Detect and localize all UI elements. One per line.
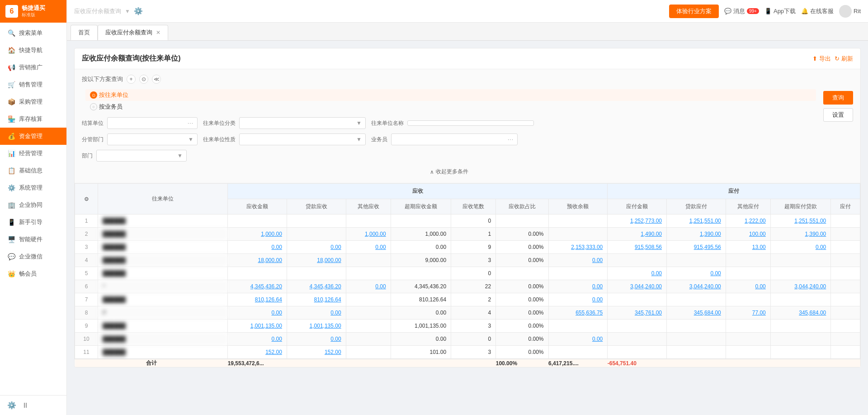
download-icon: 📱 [764,8,772,14]
main-content: 应收应付余额查询(按往来单位) ⬆ 导出 ↻ 刷新 按以下方案查询 [67,41,868,415]
footer-recv-ratio: 100.00% [496,359,548,367]
base-info-icon: 📋 [7,167,15,175]
settlement-unit-input[interactable]: ··· [107,117,198,129]
table-row: 5██████00.000.00 [75,267,860,280]
filter-option-salesperson[interactable]: ○ 按业务员 [85,101,816,113]
col-recv-loan: 贷款应收 [287,199,346,215]
col-recv-other: 其他应收 [346,199,391,215]
sidebar-item-marketing[interactable]: 📢 营销推广 [0,59,66,76]
unit-name-input[interactable] [407,120,534,126]
collapse-sidebar-icon[interactable]: ⏸ [22,401,29,410]
salesperson-input[interactable]: ··· [391,134,518,145]
message-badge: 99+ [747,8,759,14]
table-settings-btn[interactable]: ⚙ [80,192,93,206]
filter-option-unit[interactable]: ⊙ 按往来单位 [85,89,816,101]
dept-manager-input[interactable]: ▼ [107,134,198,145]
col-pay-loan: 贷款应付 [667,199,726,215]
sidebar-item-hardware[interactable]: 🖥️ 智能硬件 [0,231,66,248]
sidebar-item-purchase[interactable]: 📦 采购管理 [0,93,66,110]
table-footer-row: 合计 19,553,472,6... 100.00% 6,417,215....… [75,359,860,367]
tab-close-icon[interactable]: ✕ [156,29,160,36]
data-table: ⚙ 往来单位 应收 应付 应收金额 贷款应收 其他应收 超期应收金额 应收笔数 … [75,183,860,367]
footer-recv-amount: 19,553,472,6... [228,359,287,367]
department-input[interactable]: ▼ [96,150,187,162]
tab-home[interactable]: 首页 [71,25,98,40]
table-row: 8P0.000.000.0040.00%655,636.75345,761.00… [75,306,860,320]
page-header: 应收应付余额查询(按往来单位) ⬆ 导出 ↻ 刷新 [75,48,860,69]
sidebar-item-system[interactable]: ⚙️ 系统管理 [0,179,66,196]
sidebar-item-base-info[interactable]: 📋 基础信息 [0,162,66,179]
sidebar-item-quick-nav[interactable]: 🏠 快捷导航 [0,42,66,59]
partner-name-cell: ██████ [98,333,228,346]
payable-group-header: 应付 [608,184,860,199]
partner-name-cell: ██████ [98,267,228,280]
sidebar-item-sales[interactable]: 🛒 销售管理 [0,76,66,93]
table-row: 11██████152.00152.00101.0030.00% [75,346,860,359]
sidebar-item-enterprise[interactable]: 🏢 企业协同 [0,196,66,214]
sidebar-item-inventory[interactable]: 🏪 库存核算 [0,110,66,128]
breadcrumb-text: 应收应付余额查询 [74,7,121,15]
partner-name-cell: ^ [98,280,228,293]
col-recv-ratio: 应收款占比 [496,199,548,215]
filter-tabs: 按以下方案查询 + ⊙ ≪ [82,75,816,84]
partner-name-cell: ██████ [98,346,228,359]
sidebar-item-operations[interactable]: 📊 经营管理 [0,145,66,162]
settings-icon[interactable]: ⚙️ [134,7,143,15]
table-row: 3██████0.000.000.000.0090.00%2,153,333.0… [75,241,860,254]
settings-button[interactable]: 设置 [823,108,853,122]
collapse-filter-btn[interactable]: ≪ [152,75,161,84]
partner-name-cell: ██████ [98,254,228,267]
unit-nature-input[interactable]: ▼ [239,134,366,145]
sidebar-item-search-menu[interactable]: 🔍 搜索菜单 [0,24,66,42]
purchase-icon: 📦 [7,98,15,106]
col-recv-prepay: 预收余额 [548,199,608,215]
message-action[interactable]: 💬 消息 99+ [724,7,759,15]
system-icon: ⚙️ [7,184,15,192]
inventory-icon: 🏪 [7,115,15,123]
tab-query[interactable]: 应收应付余额查询 ✕ [98,25,168,40]
filter-row-2: 分管部门 ▼ 往来单位性质 ▼ [82,134,816,145]
collapse-more-btn[interactable]: ∧ 收起更多条件 [425,166,474,177]
sidebar-footer: ⚙️ ⏸ [0,395,66,415]
department-field: 部门 ▼ [82,150,187,162]
export-btn[interactable]: ⬆ 导出 [812,55,831,63]
sidebar-item-finance[interactable]: 💰 资金管理 [0,128,66,145]
operations-icon: 📊 [7,149,15,157]
sidebar-item-wechat[interactable]: 💬 企业微信 [0,248,66,265]
filter-area: 按以下方案查询 + ⊙ ≪ ⊙ 按往来单位 ○ 按业务员 [75,69,860,183]
sidebar-item-member[interactable]: 👑 畅会员 [0,265,66,282]
marketing-icon: 📢 [7,63,15,72]
breadcrumb: 应收应付余额查询 ▼ ⚙️ [74,7,664,15]
partner-col-header: 往来单位 [98,184,228,215]
table-row: 1██████01,252,773.001,251,551.001,222.00… [75,215,860,228]
table-row: 9██████1,001,135.001,001,135.001,001,135… [75,320,860,333]
partner-name-cell: ██████ [98,215,228,228]
refresh-icon: ↻ [835,55,840,62]
query-button[interactable]: 查询 [823,91,853,105]
home-icon: 🏠 [7,46,15,54]
app-download-action[interactable]: 📱 App下载 [764,7,796,15]
refresh-btn[interactable]: ↻ 刷新 [835,55,853,63]
footer-pay-amount: -654,751.40 [608,359,667,367]
online-service-action[interactable]: 🔔 在线客服 [801,7,834,15]
partner-name-cell: ██████ [98,228,228,241]
add-filter-btn[interactable]: + [127,75,136,84]
settlement-unit-field: 结算单位 ··· [82,117,198,129]
export-icon: ⬆ [812,55,817,62]
unit-category-input[interactable]: ▼ [239,117,366,129]
table-wrapper: ⚙ 往来单位 应收 应付 应收金额 贷款应收 其他应收 超期应收金额 应收笔数 … [75,183,860,367]
finance-icon: 💰 [7,132,15,140]
settings-footer-icon[interactable]: ⚙️ [7,401,16,410]
page-container: 应收应付余额查询(按往来单位) ⬆ 导出 ↻ 刷新 按以下方案查询 [74,48,861,367]
filter-circle-icon: ○ [90,103,97,110]
user-avatar-area[interactable]: Rit [839,5,861,18]
enterprise-icon: 🏢 [7,201,15,209]
sidebar-menu: 🔍 搜索菜单 🏠 快捷导航 📢 营销推广 🛒 销售管理 📦 采购管理 🏪 库存核… [0,23,66,395]
footer-label: 合计 [75,359,228,367]
partner-name-cell: ██████ [98,293,228,306]
edit-filter-btn[interactable]: ⊙ [139,75,148,84]
sidebar-item-guide[interactable]: 📱 新手引导 [0,214,66,231]
footer-recv-prepay: 6,417,215.... [548,359,608,367]
message-icon: 💬 [724,8,731,14]
solution-btn[interactable]: 体验行业方案 [669,5,719,18]
